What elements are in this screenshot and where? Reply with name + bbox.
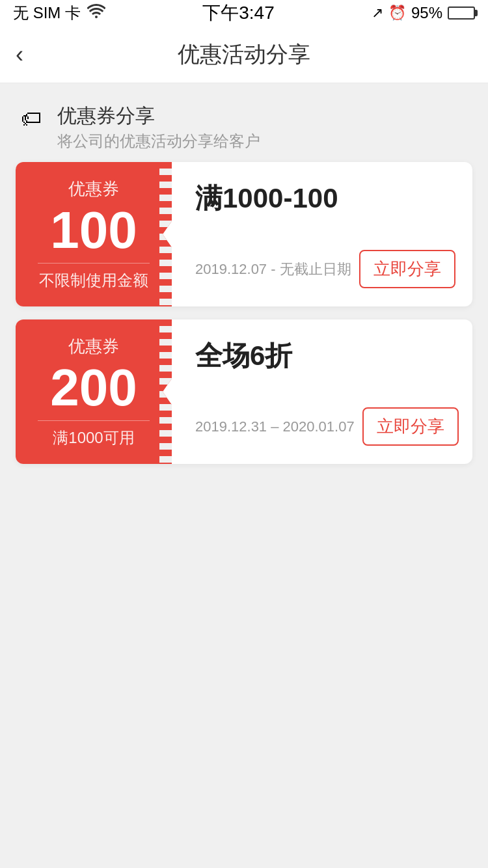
coupon-date-1: 2019.12.07 - 无截止日期 xyxy=(195,260,351,279)
alarm-icon: ⏰ xyxy=(388,5,406,21)
coupon-card-2: 优惠券 200 满1000可用 全场6折 2019.12.31 – 2020.0… xyxy=(16,319,472,464)
coupon-share-icon: 🏷 xyxy=(16,103,47,134)
nav-bar: ‹ 优惠活动分享 xyxy=(0,26,488,83)
coupon-amount-2: 200 xyxy=(50,362,137,414)
coupon-card-1: 优惠券 100 不限制使用金额 满1000-100 2019.12.07 - 无… xyxy=(16,162,472,306)
status-bar: 无 SIM 卡 下午3:47 ↗ ⏰ 95% xyxy=(0,0,488,26)
coupon-condition-1: 不限制使用金额 xyxy=(39,270,148,291)
sim-label: 无 SIM 卡 xyxy=(13,3,81,23)
back-button[interactable]: ‹ xyxy=(16,41,23,68)
section-header: 🏷 优惠券分享 将公司的优惠活动分享给客户 xyxy=(0,83,488,162)
coupon-date-2: 2019.12.31 – 2020.01.07 xyxy=(195,418,355,435)
status-left: 无 SIM 卡 xyxy=(13,3,105,23)
page-title: 优惠活动分享 xyxy=(178,40,310,70)
coupon-label-2: 优惠券 xyxy=(68,335,119,358)
time-display: 下午3:47 xyxy=(202,1,275,25)
coupon-right-1: 满1000-100 2019.12.07 - 无截止日期 立即分享 xyxy=(172,162,472,306)
coupon-right-2: 全场6折 2019.12.31 – 2020.01.07 立即分享 xyxy=(172,319,472,464)
coupon-amount-1: 100 xyxy=(50,204,137,256)
bottom-area xyxy=(0,477,488,802)
battery-icon xyxy=(448,7,475,20)
battery-percent: 95% xyxy=(411,4,442,22)
coupon-left-2: 优惠券 200 满1000可用 xyxy=(16,319,172,464)
coupon-condition-2: 满1000可用 xyxy=(53,427,134,448)
coupon-label-1: 优惠券 xyxy=(68,178,119,200)
coupon-meta-1: 2019.12.07 - 无截止日期 立即分享 xyxy=(195,250,454,288)
share-button-2[interactable]: 立即分享 xyxy=(362,407,459,446)
coupon-divider-1 xyxy=(38,263,150,264)
section-title: 优惠券分享 xyxy=(57,103,260,128)
location-icon: ↗ xyxy=(372,5,383,21)
coupon-list: 优惠券 100 不限制使用金额 满1000-100 2019.12.07 - 无… xyxy=(0,162,488,477)
coupon-left-1: 优惠券 100 不限制使用金额 xyxy=(16,162,172,306)
coupon-divider-2 xyxy=(38,420,150,421)
coupon-name-1: 满1000-100 xyxy=(195,180,454,217)
share-button-1[interactable]: 立即分享 xyxy=(359,250,455,288)
section-subtitle: 将公司的优惠活动分享给客户 xyxy=(57,131,260,152)
status-right: ↗ ⏰ 95% xyxy=(372,4,475,22)
coupon-meta-2: 2019.12.31 – 2020.01.07 立即分享 xyxy=(195,407,454,446)
coupon-name-2: 全场6折 xyxy=(195,338,454,374)
wifi-icon xyxy=(87,4,105,22)
